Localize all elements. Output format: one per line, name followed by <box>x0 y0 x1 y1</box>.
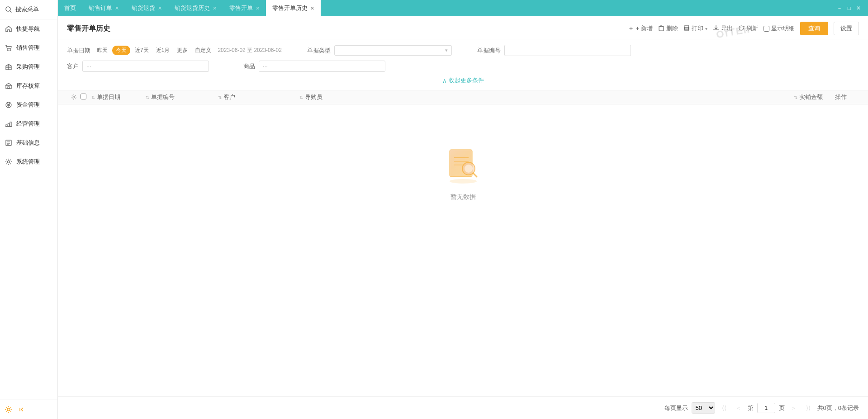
tab-sales-return-history-close[interactable]: ✕ <box>213 5 217 11</box>
select-all-checkbox[interactable] <box>81 94 91 101</box>
gear-bottom-icon[interactable] <box>5 405 13 414</box>
svg-point-30 <box>73 96 75 98</box>
tab-retail-open-history-label: 零售开单历史 <box>272 4 308 12</box>
goods-label: 商品 <box>243 62 255 71</box>
show-detail-checkbox[interactable]: 显示明细 <box>764 24 795 33</box>
refresh-btn[interactable]: 刷新 <box>738 24 758 33</box>
print-dropdown-icon[interactable]: ▾ <box>705 26 707 31</box>
tab-home-label: 首页 <box>64 4 76 12</box>
collapse-arrow-icon: ∧ <box>442 77 447 84</box>
customer-input[interactable]: ··· <box>82 61 209 72</box>
col-date-label: 单据日期 <box>97 93 120 101</box>
filter-bill-type: 单据类型 ▾ <box>307 45 452 56</box>
select-all-input[interactable] <box>81 94 86 99</box>
col-amount: ⇅ 实销金额 <box>354 93 823 101</box>
tab-sales-return-close[interactable]: ✕ <box>158 5 162 11</box>
tab-retail-open-close[interactable]: ✕ <box>256 5 260 11</box>
tab-sales-order[interactable]: 销售订单 ✕ <box>82 0 125 16</box>
date-btn-yesterday[interactable]: 昨天 <box>94 46 110 55</box>
sidebar-label-quick-nav: 快捷导航 <box>16 25 40 33</box>
export-btn[interactable]: 导出 <box>713 24 733 33</box>
collapse-sidebar-icon[interactable] <box>18 405 26 414</box>
sort-amount-icon[interactable]: ⇅ <box>794 95 797 100</box>
window-close-btn[interactable]: ✕ <box>854 4 863 12</box>
top-nav: 首页 销售订单 ✕ 销货退货 ✕ 销货退货历史 ✕ 零售开单 ✕ 零售开单历史 … <box>58 0 868 16</box>
prev-page-btn[interactable]: ＜ <box>733 403 744 414</box>
warehouse-icon <box>5 82 13 90</box>
tab-sales-return[interactable]: 销货退货 ✕ <box>125 0 168 16</box>
goods-input[interactable]: ··· <box>259 61 385 72</box>
money-icon: ¥ <box>5 101 13 109</box>
add-label: + 新增 <box>636 24 653 33</box>
customer-dots: ··· <box>86 63 91 70</box>
date-filter-label: 单据日期 <box>67 47 90 55</box>
filter-date: 单据日期 昨天 今天 近7天 近1月 更多 自定义 2023-06-02 至 2… <box>67 46 282 55</box>
sidebar-item-quick-nav[interactable]: 快捷导航 <box>0 19 57 38</box>
date-btn-more[interactable]: 更多 <box>174 46 190 55</box>
table-header: ⇅ 单据日期 ⇅ 单据编号 ⇅ 客户 ⇅ 导购员 ⇅ 实销金额 <box>58 90 868 104</box>
cart-icon <box>5 44 13 52</box>
sidebar-item-basic-info[interactable]: 基础信息 <box>0 133 57 152</box>
tab-sales-return-history[interactable]: 销货退货历史 ✕ <box>168 0 223 16</box>
sidebar-item-sales-mgmt[interactable]: 销售管理 <box>0 38 57 57</box>
sidebar-item-purchase-mgmt[interactable]: 采购管理 <box>0 57 57 76</box>
sidebar-item-sys-mgmt[interactable]: 系统管理 <box>0 152 57 171</box>
setting-button[interactable]: 设置 <box>834 22 859 35</box>
empty-state: 暂无数据 <box>58 104 868 237</box>
pagination: 每页显示 50 100 200 ⟨⟨ ＜ 第 1 页 ＞ ⟩⟩ 共0页，0条记录 <box>58 396 868 419</box>
window-restore-btn[interactable]: □ <box>846 4 853 12</box>
next-page-btn[interactable]: ＞ <box>788 403 799 414</box>
date-filter-options: 昨天 今天 近7天 近1月 更多 自定义 2023-06-02 至 2023-0… <box>94 46 282 55</box>
sidebar-bottom <box>0 400 57 419</box>
col-guide: ⇅ 导购员 <box>299 93 354 101</box>
col-date: ⇅ 单据日期 <box>91 93 146 101</box>
col-number: ⇅ 单据编号 <box>146 93 218 101</box>
col-customer-label: 客户 <box>223 93 235 101</box>
page-summary: 共0页，0条记录 <box>817 404 859 412</box>
sort-customer-icon[interactable]: ⇅ <box>218 95 222 100</box>
sidebar-item-finance[interactable]: ¥ 资金管理 <box>0 95 57 114</box>
bill-num-input[interactable] <box>504 45 631 56</box>
tab-retail-open[interactable]: 零售开单 ✕ <box>223 0 266 16</box>
page-number-input[interactable]: 1 <box>757 403 775 413</box>
empty-text: 暂无数据 <box>451 193 476 201</box>
sidebar: 搜索采单 快捷导航 销售管理 采购管理 <box>0 0 58 419</box>
first-page-btn[interactable]: ⟨⟨ <box>719 403 730 414</box>
page-title: 零售开单历史 <box>67 24 110 33</box>
page-content: 零售开单历史 ＋ + 新增 <box>58 16 868 419</box>
date-btn-custom[interactable]: 自定义 <box>192 46 214 55</box>
show-detail-input[interactable] <box>764 26 769 32</box>
page-header: 零售开单历史 ＋ + 新增 <box>58 16 868 39</box>
sidebar-label-operations: 经营管理 <box>16 120 40 128</box>
delete-btn[interactable]: 删除 <box>658 24 678 33</box>
bill-type-select[interactable]: ▾ <box>334 45 452 56</box>
sort-date-icon[interactable]: ⇅ <box>91 95 95 100</box>
svg-line-39 <box>473 173 477 177</box>
sidebar-search[interactable]: 搜索采单 <box>0 0 57 19</box>
sidebar-item-operations[interactable]: 经营管理 <box>0 114 57 133</box>
sidebar-item-inventory[interactable]: 库存核算 <box>0 76 57 95</box>
tab-sales-order-close[interactable]: ✕ <box>115 5 119 11</box>
tab-home[interactable]: 首页 <box>58 0 82 16</box>
date-range-display: 2023-06-02 至 2023-06-02 <box>218 47 281 54</box>
date-btn-7days[interactable]: 近7天 <box>132 46 152 55</box>
svg-rect-22 <box>659 27 664 31</box>
page-size-select[interactable]: 50 100 200 <box>692 402 715 414</box>
main-content: 首页 销售订单 ✕ 销货退货 ✕ 销货退货历史 ✕ 零售开单 ✕ 零售开单历史 … <box>58 0 868 419</box>
last-page-btn[interactable]: ⟩⟩ <box>803 403 814 414</box>
sort-guide-icon[interactable]: ⇅ <box>299 95 303 100</box>
query-button[interactable]: 查询 <box>800 22 828 35</box>
date-btn-1month[interactable]: 近1月 <box>153 46 173 55</box>
collapse-filter-btn[interactable]: ∧ 收起更多条件 <box>67 76 859 85</box>
goods-dots: ··· <box>263 63 268 70</box>
date-btn-today[interactable]: 今天 <box>112 46 130 55</box>
tab-retail-open-history[interactable]: 零售开单历史 ✕ <box>266 0 321 16</box>
bill-num-label: 单据编号 <box>477 47 501 55</box>
tab-retail-open-history-close[interactable]: ✕ <box>310 5 314 11</box>
window-minimize-btn[interactable]: － <box>835 4 844 13</box>
col-settings-icon[interactable] <box>67 94 81 100</box>
sort-num-icon[interactable]: ⇅ <box>146 95 149 100</box>
add-btn[interactable]: ＋ + 新增 <box>628 24 653 33</box>
print-btn[interactable]: 打印 ▾ <box>683 24 707 33</box>
per-page-label: 每页显示 <box>664 404 688 412</box>
